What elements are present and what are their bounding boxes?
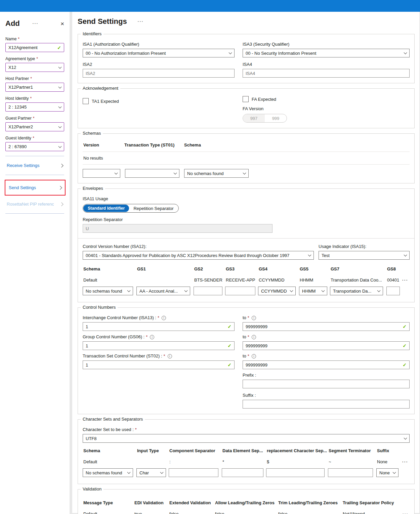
cs-suffix-select[interactable]: None	[376, 468, 398, 477]
prefix-input[interactable]	[243, 380, 410, 388]
col-cs-schema: Schema	[83, 448, 137, 453]
section-legend: Validation	[81, 486, 103, 491]
gs1-select[interactable]: AA - Account Anal...	[136, 287, 190, 295]
row-actions-icon[interactable]: ···	[402, 460, 409, 464]
col-gs3: GS3	[226, 266, 259, 271]
host-identity-select[interactable]: 2 : 12345	[5, 102, 64, 112]
required-marker: *	[18, 37, 19, 41]
control-numbers-section: Control Numbers Interchange Control Numb…	[78, 307, 415, 414]
agreement-type-select[interactable]: X12	[5, 63, 64, 72]
schema-select[interactable]: No schemas found	[184, 169, 249, 178]
gs5-select[interactable]: HHMM	[299, 287, 327, 295]
chevron-right-icon	[59, 202, 63, 206]
repetition-separator-label: Repetition Separator	[83, 217, 123, 222]
input-type-select[interactable]: Char	[136, 468, 166, 477]
col-gs4: GS4	[259, 266, 300, 271]
to-label: to	[243, 315, 246, 320]
valid-check-icon: ✓	[227, 324, 232, 329]
fa-expected-checkbox[interactable]	[243, 96, 249, 102]
chevron-down-icon	[58, 125, 62, 128]
chevron-down-icon	[229, 51, 232, 54]
host-partner-label: Host Partner	[5, 76, 29, 81]
col-gs2: GS2	[194, 266, 226, 271]
gs06-to-input[interactable]: ✓	[243, 341, 410, 350]
chevron-down-icon	[58, 65, 62, 69]
section-legend: Envelopes	[81, 186, 105, 191]
name-label: Name	[5, 37, 16, 41]
data-element-separator-input[interactable]	[222, 468, 263, 477]
guest-partner-select[interactable]: X12Partner2	[5, 122, 64, 131]
chevron-down-icon	[58, 105, 62, 108]
nav-rosettanet-pip-reference[interactable]: RosettaNet PIP reference	[5, 200, 64, 209]
isa1-label: ISA1 (Authorization Qualifier)	[83, 42, 139, 47]
valid-check-icon: ✓	[57, 45, 61, 50]
isa3-select[interactable]: 00 - No Security Information Present	[243, 49, 410, 57]
col-transaction-type: Transaction Type (ST01)	[124, 142, 184, 147]
chevron-down-icon	[404, 436, 407, 440]
replacement-separator-input[interactable]	[266, 468, 325, 477]
component-separator-input[interactable]	[169, 468, 218, 477]
fa-expected-label: FA Expected	[252, 97, 276, 102]
gs8-input[interactable]	[386, 287, 400, 295]
toggle-standard-identifier[interactable]: Standard Identifier	[83, 205, 129, 212]
charset-select[interactable]: UTF8	[83, 434, 410, 443]
required-marker: *	[33, 136, 34, 140]
isa12-select[interactable]: 00401 - Standards Approved for Publicati…	[83, 251, 314, 260]
info-icon	[252, 316, 256, 320]
valid-check-icon: ✓	[403, 343, 407, 348]
isa4-input[interactable]	[243, 69, 410, 78]
col-replacement-char-sep: replacement Character Sep...	[267, 448, 329, 453]
chevron-down-icon	[404, 51, 407, 54]
fa-version-toggle[interactable]: 997 999	[243, 114, 287, 123]
row-actions-icon[interactable]: ···	[403, 512, 409, 514]
ta1-expected-checkbox[interactable]	[83, 98, 89, 104]
cs-schema-select[interactable]: No schemas found	[83, 468, 133, 477]
transaction-type-select[interactable]	[125, 169, 179, 178]
nav-receive-settings[interactable]: Receive Settings	[5, 161, 64, 170]
field-host-partner: Host Partner* X12Partner1	[5, 76, 64, 92]
agreement-type-label: Agreement type	[5, 56, 35, 61]
isa13-to-input[interactable]: ✓	[243, 322, 410, 331]
gs3-input[interactable]	[225, 287, 255, 295]
isa15-select[interactable]: Test	[319, 251, 410, 260]
isa3-label: ISA3 (Security Qualifier)	[243, 42, 289, 47]
host-partner-select[interactable]: X12Partner1	[5, 83, 64, 92]
chevron-down-icon	[322, 289, 325, 292]
panel-more-icon[interactable]: ···	[33, 21, 39, 26]
col-gs8: GS8	[387, 266, 402, 271]
ta1-expected-label: TA1 Expected	[92, 99, 119, 104]
gs2-input[interactable]	[194, 287, 222, 295]
isa2-input[interactable]	[83, 69, 235, 78]
fa-version-label: FA Version	[243, 106, 263, 111]
gs06-from-input[interactable]: ✓	[83, 341, 235, 350]
col-component-separator: Component Separator	[169, 448, 222, 453]
col-trim-zeroes: Trim Leading/Trailing Zeroes	[278, 500, 343, 505]
gs7-select[interactable]: Transportation Da...	[330, 287, 383, 295]
gs4-select[interactable]: CCYYMMDD	[258, 287, 296, 295]
gs-schema-select[interactable]: No schemas found	[83, 287, 133, 295]
toggle-repetition-separator[interactable]: Repetition Separator	[129, 206, 178, 211]
divider	[78, 238, 414, 239]
page-more-icon[interactable]: ···	[138, 19, 144, 24]
info-icon	[150, 335, 154, 339]
row-actions-icon[interactable]: ···	[402, 278, 409, 283]
col-allow-zeros: Allow Leading/Trailing Zeros	[215, 500, 278, 505]
suffix-input[interactable]	[243, 400, 410, 409]
guest-identity-select[interactable]: 2 : 67890	[5, 142, 64, 151]
segment-terminator-input[interactable]	[328, 468, 373, 477]
nav-send-settings[interactable]: Send Settings	[5, 180, 66, 196]
send-settings-panel: Send Settings ··· Identifiers ISA1 (Auth…	[72, 12, 419, 513]
isa1-select[interactable]: 00 - No Authorization Information Presen…	[83, 49, 235, 57]
gs-table-row: Default BTS-SENDER RECEIVE-APP CCYYMMDD …	[83, 275, 410, 287]
name-input[interactable]: X12Agreement ✓	[5, 43, 64, 52]
host-identity-label: Host Identity	[5, 96, 29, 101]
info-icon	[252, 335, 256, 339]
version-select[interactable]	[83, 169, 120, 178]
isa13-from-input[interactable]: ✓	[83, 322, 235, 331]
divider	[5, 156, 64, 156]
close-icon[interactable]: ×	[60, 20, 64, 27]
field-agreement-type: Agreement type* X12	[5, 56, 64, 72]
st02-from-input[interactable]: ✓	[83, 360, 235, 369]
suffix-label: Suffix :	[243, 393, 256, 398]
st02-to-input[interactable]: ✓	[243, 360, 410, 369]
